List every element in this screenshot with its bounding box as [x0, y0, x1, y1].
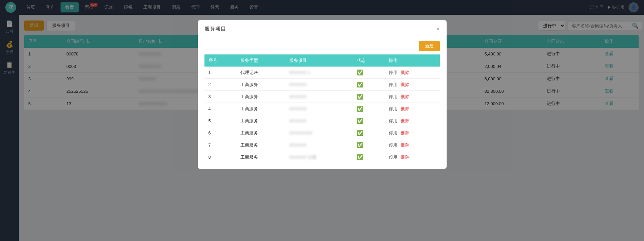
- service-items-table: 序号 服务类型 服务项目 状态 操作 1 代理记账 XXXXXX 1 ✅ 停用 …: [204, 54, 440, 163]
- stop-button[interactable]: 停用: [389, 106, 397, 111]
- modal-col-type: 服务类型: [236, 54, 285, 67]
- stop-button[interactable]: 停用: [389, 143, 397, 148]
- modal-table-row: 1 代理记账 XXXXXX 1 ✅ 停用 删除: [204, 67, 440, 79]
- modal-cell-action: 停用 删除: [385, 103, 440, 115]
- modal-cell-item: XXXXXX: [285, 115, 353, 127]
- modal-body: 新建 序号 服务类型 服务项目 状态 操作 1 代理记账 XXXXXX: [198, 37, 447, 169]
- modal-cell-type: 工商服务: [236, 103, 285, 115]
- modal-cell-type: 工商服务: [236, 115, 285, 127]
- modal-table-row: 8 工商服务 XXXXXX 注册 ✅ 停用 删除: [204, 151, 440, 163]
- modal-table-row: 3 工商服务 XXXXXX ✅ 停用 删除: [204, 91, 440, 103]
- modal-cell-item: XXXXXX: [285, 103, 353, 115]
- modal-col-item: 服务项目: [285, 54, 353, 67]
- modal-cell-seq: 1: [204, 67, 236, 79]
- modal-cell-status: ✅: [353, 139, 385, 151]
- delete-button[interactable]: 删除: [401, 143, 410, 148]
- modal-col-action: 操作: [385, 54, 440, 67]
- modal-cell-action: 停用 删除: [385, 79, 440, 91]
- modal-close-button[interactable]: ×: [436, 26, 440, 32]
- modal-cell-status: ✅: [353, 115, 385, 127]
- modal-cell-status: ✅: [353, 103, 385, 115]
- modal-cell-type: 代理记账: [236, 67, 285, 79]
- modal-cell-type: 工商服务: [236, 151, 285, 163]
- modal-toolbar: 新建: [204, 41, 440, 51]
- delete-button[interactable]: 删除: [401, 118, 410, 123]
- delete-button[interactable]: 删除: [401, 130, 410, 135]
- modal-table-row: 5 工商服务 XXXXXX ✅ 停用 删除: [204, 115, 440, 127]
- modal-cell-item: XXXXXX: [285, 139, 353, 151]
- modal-cell-action: 停用 删除: [385, 127, 440, 139]
- delete-button[interactable]: 删除: [401, 94, 410, 99]
- modal-cell-seq: 6: [204, 127, 236, 139]
- modal-cell-type: 工商服务: [236, 91, 285, 103]
- delete-button[interactable]: 删除: [401, 106, 410, 111]
- modal-cell-item: XXXXXX: [285, 91, 353, 103]
- modal-cell-item: XXXXXXXX: [285, 127, 353, 139]
- modal-new-button[interactable]: 新建: [419, 41, 440, 51]
- modal-cell-seq: 3: [204, 91, 236, 103]
- modal-cell-type: 工商服务: [236, 79, 285, 91]
- modal-cell-action: 停用 删除: [385, 115, 440, 127]
- modal-table-row: 2 工商服务 XXXXXX ✅ 停用 删除: [204, 79, 440, 91]
- modal-col-status: 状态: [353, 54, 385, 67]
- modal-cell-item: XXXXXX 注册: [285, 151, 353, 163]
- stop-button[interactable]: 停用: [389, 70, 397, 75]
- modal-scroll[interactable]: 序号 服务类型 服务项目 状态 操作 1 代理记账 XXXXXX 1 ✅ 停用 …: [204, 54, 440, 163]
- modal-cell-type: 工商服务: [236, 139, 285, 151]
- modal-table-row: 7 工商服务 XXXXXX ✅ 停用 删除: [204, 139, 440, 151]
- modal-cell-action: 停用 删除: [385, 139, 440, 151]
- delete-button[interactable]: 删除: [401, 82, 410, 87]
- modal-cell-action: 停用 删除: [385, 91, 440, 103]
- modal-cell-item: XXXXXX: [285, 79, 353, 91]
- modal-cell-seq: 4: [204, 103, 236, 115]
- modal-table-row: 6 工商服务 XXXXXXXX ✅ 停用 删除: [204, 127, 440, 139]
- modal-cell-type: 工商服务: [236, 127, 285, 139]
- stop-button[interactable]: 停用: [389, 130, 397, 135]
- modal-header: 服务项目 ×: [198, 20, 447, 37]
- stop-button[interactable]: 停用: [389, 118, 397, 123]
- modal-overlay[interactable]: 服务项目 × 新建 序号 服务类型 服务项目 状态 操作: [0, 0, 644, 241]
- modal-cell-status: ✅: [353, 91, 385, 103]
- service-items-modal: 服务项目 × 新建 序号 服务类型 服务项目 状态 操作: [198, 20, 447, 169]
- stop-button[interactable]: 停用: [389, 94, 397, 99]
- modal-title: 服务项目: [204, 26, 226, 33]
- modal-cell-seq: 5: [204, 115, 236, 127]
- stop-button[interactable]: 停用: [389, 155, 397, 160]
- modal-cell-status: ✅: [353, 79, 385, 91]
- delete-button[interactable]: 删除: [401, 155, 410, 160]
- modal-col-seq: 序号: [204, 54, 236, 67]
- modal-cell-status: ✅: [353, 151, 385, 163]
- modal-cell-seq: 8: [204, 151, 236, 163]
- delete-button[interactable]: 删除: [401, 70, 410, 75]
- stop-button[interactable]: 停用: [389, 82, 397, 87]
- modal-cell-action: 停用 删除: [385, 151, 440, 163]
- modal-cell-seq: 7: [204, 139, 236, 151]
- modal-cell-action: 停用 删除: [385, 67, 440, 79]
- modal-cell-item: XXXXXX 1: [285, 67, 353, 79]
- modal-table-row: 4 工商服务 XXXXXX ✅ 停用 删除: [204, 103, 440, 115]
- modal-cell-status: ✅: [353, 67, 385, 79]
- modal-cell-status: ✅: [353, 127, 385, 139]
- modal-cell-seq: 2: [204, 79, 236, 91]
